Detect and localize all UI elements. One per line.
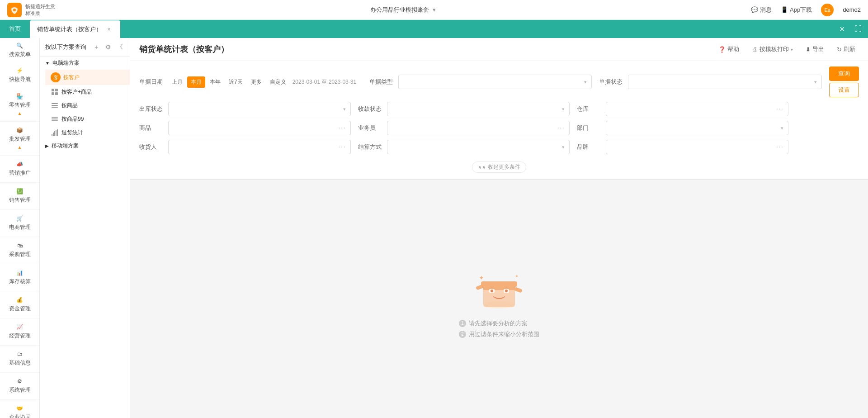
message-btn[interactable]: 💬 消息 xyxy=(751,6,772,14)
retail-icon: 🏪 xyxy=(16,93,23,100)
date-btn-more[interactable]: 更多 xyxy=(247,76,265,88)
tree-group-mobile[interactable]: ▶ 移动端方案 xyxy=(40,139,130,152)
date-btn-7days[interactable]: 近7天 xyxy=(225,76,246,88)
tree-group-desktop[interactable]: ▼ 电脑端方案 xyxy=(40,57,130,70)
template-print-btn[interactable]: 🖨 按模板打印 xyxy=(748,43,797,55)
svg-rect-14 xyxy=(56,130,57,136)
department-select[interactable]: ▾ xyxy=(606,121,788,135)
header-title: 办公用品行业模拟账套 ▾ xyxy=(370,6,436,14)
collapse-bar: ∧∧ 收起更多条件 xyxy=(139,159,859,176)
filter-salesperson: 业务员 ··· xyxy=(358,121,570,135)
ecommerce-icon: 🛒 xyxy=(16,215,23,222)
refresh-btn[interactable]: ↻ 刷新 xyxy=(833,43,859,55)
app-logo-icon xyxy=(7,3,22,17)
date-btn-custom[interactable]: 自定义 xyxy=(266,76,290,88)
sidebar-item-wholesale[interactable]: 📦 批发管理 ▲ xyxy=(0,122,39,156)
receiver-select[interactable]: ··· xyxy=(168,140,351,154)
sidebar-item-inventory[interactable]: 📊 库存核算 xyxy=(0,264,39,291)
tab-close-window-btn[interactable]: ✕ xyxy=(835,23,848,35)
filter-row-4: 收货人 ··· 结算方式 ▾ 品牌 xyxy=(139,140,859,154)
sidebar-item-purchase[interactable]: 🛍 采购管理 xyxy=(0,237,39,264)
svg-rect-15 xyxy=(57,129,58,136)
help-btn[interactable]: ❓ 帮助 xyxy=(715,43,743,55)
receipt-dropdown-icon: ▾ xyxy=(562,106,565,112)
tip-num-2: 2 xyxy=(459,331,466,338)
goods-select[interactable]: ··· xyxy=(168,121,351,135)
warehouse-select[interactable]: ··· xyxy=(606,102,788,116)
customer-circle-icon: 客 xyxy=(51,72,61,82)
date-range-display: 2023-03-01 至 2023-03-31 xyxy=(292,78,356,86)
tab-label: 销货单统计表（按客户） xyxy=(37,25,102,33)
brand-select[interactable]: ··· xyxy=(606,140,788,154)
tab-maximize-btn[interactable]: ⛶ xyxy=(852,23,864,35)
svg-rect-7 xyxy=(52,107,58,108)
filter-settlement: 结算方式 ▾ xyxy=(358,140,570,154)
left-panel-actions: + ⚙ 《 xyxy=(92,43,124,52)
svg-rect-19 xyxy=(481,281,517,287)
export-btn[interactable]: ⬇ 导出 xyxy=(802,43,828,55)
svg-rect-24 xyxy=(476,284,485,290)
warehouse-ellipsis: ··· xyxy=(776,105,783,113)
page-actions: ❓ 帮助 🖨 按模板打印 ⬇ 导出 ↻ 刷新 xyxy=(715,43,859,55)
avatar[interactable]: Ea xyxy=(821,4,834,16)
goods-ellipsis: ··· xyxy=(339,124,346,132)
receipt-select[interactable]: ▾ xyxy=(387,102,570,116)
sidebar-search[interactable]: 🔍 搜索菜单 xyxy=(0,38,39,63)
tab-sales-stat[interactable]: 销货单统计表（按客户） × xyxy=(30,20,120,38)
collapse-panel-btn[interactable]: 《 xyxy=(115,43,124,52)
sidebar-item-retail[interactable]: 🏪 零售管理 ▲ xyxy=(0,88,39,122)
tab-bar: 首页 销货单统计表（按客户） × ✕ ⛶ xyxy=(0,20,868,38)
add-scheme-btn[interactable]: + xyxy=(92,43,101,52)
tree-item-returns[interactable]: 退货统计 xyxy=(45,126,130,139)
settings-btn[interactable]: 设置 xyxy=(829,83,859,97)
tree-mobile-expand-icon: ▶ xyxy=(45,143,49,148)
tree-item-by-customer-goods[interactable]: 按客户+商品 xyxy=(45,85,130,99)
date-btn-last-month[interactable]: 上月 xyxy=(168,76,186,88)
sidebar-item-system[interactable]: ⚙ 系统管理 xyxy=(0,373,39,400)
svg-rect-12 xyxy=(53,133,54,136)
tree-item-by-goods[interactable]: 按商品 xyxy=(45,99,130,112)
sidebar-item-operations[interactable]: 📈 经营管理 xyxy=(0,318,39,346)
svg-rect-1 xyxy=(52,89,54,91)
filter-goods: 商品 ··· xyxy=(139,121,351,135)
order-type-select[interactable]: ▾ xyxy=(398,75,592,89)
goods-label: 商品 xyxy=(139,124,165,132)
tab-close-btn[interactable]: × xyxy=(105,26,113,33)
sidebar-item-base[interactable]: 🗂 基础信息 xyxy=(0,346,39,373)
stock-out-select[interactable]: ▾ xyxy=(168,102,351,116)
sidebar-item-sales[interactable]: 💹 销售管理 xyxy=(0,183,39,210)
left-panel-header: 按以下方案查询 + ⚙ 《 xyxy=(40,38,130,57)
settings-scheme-btn[interactable]: ⚙ xyxy=(104,43,113,52)
tree-item-by-goods99[interactable]: 按商品99 xyxy=(45,112,130,126)
wholesale-icon: 📦 xyxy=(16,127,23,133)
order-status-select[interactable]: ▾ xyxy=(628,75,822,89)
collapse-btn[interactable]: ∧∧ 收起更多条件 xyxy=(472,162,526,173)
sidebar-item-finance[interactable]: 💰 资金管理 xyxy=(0,291,39,318)
sidebar-item-marketing[interactable]: 📣 营销推广 xyxy=(0,156,39,183)
query-btn[interactable]: 查询 xyxy=(829,66,859,81)
salesperson-select[interactable]: ··· xyxy=(387,121,570,135)
date-btn-this-month[interactable]: 本月 xyxy=(187,76,205,88)
settlement-select[interactable]: ▾ xyxy=(387,140,570,154)
tree-item-by-customer[interactable]: 客 按客户 xyxy=(45,70,130,85)
tab-bar-actions: ✕ ⛶ xyxy=(835,23,868,35)
date-shortcuts: 上月 本月 本年 近7天 更多 自定义 xyxy=(168,76,290,88)
content-area: 按以下方案查询 + ⚙ 《 ▼ 电脑端方案 客 按客户 xyxy=(40,38,868,418)
empty-state: ✦ ✦ 1 请先选择要分析的方案 2 用过滤条件来缩小分析范围 xyxy=(130,180,868,418)
print-icon: 🖨 xyxy=(752,46,758,53)
page-header: 销货单统计表（按客户） ❓ 帮助 🖨 按模板打印 ⬇ 导出 xyxy=(130,38,868,61)
sidebar-quick-nav[interactable]: ⚡ 快捷导航 xyxy=(0,63,39,88)
date-btn-this-year[interactable]: 本年 xyxy=(206,76,224,88)
svg-rect-3 xyxy=(52,92,54,95)
svg-rect-25 xyxy=(514,287,523,293)
sidebar-item-enterprise[interactable]: 🤝 企业协同 xyxy=(0,400,39,418)
empty-tip-1: 1 请先选择要分析的方案 xyxy=(459,319,539,328)
page-title: 销货单统计表（按客户） xyxy=(139,44,229,55)
tab-home[interactable]: 首页 xyxy=(0,20,30,38)
empty-illustration: ✦ ✦ xyxy=(472,260,526,314)
help-icon: ❓ xyxy=(718,46,726,53)
app-download-btn[interactable]: 📱 App下载 xyxy=(781,6,812,14)
message-icon: 💬 xyxy=(751,6,758,13)
sidebar-item-ecommerce[interactable]: 🛒 电商管理 xyxy=(0,210,39,237)
sidebar: 🔍 搜索菜单 ⚡ 快捷导航 🏪 零售管理 ▲ 📦 批发管理 ▲ 📣 营销推广 💹… xyxy=(0,38,40,418)
